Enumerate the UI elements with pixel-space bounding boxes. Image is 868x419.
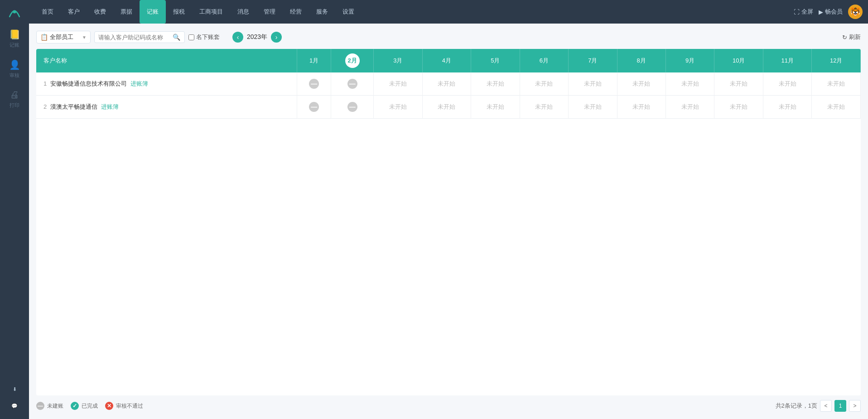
search-input[interactable] (98, 34, 171, 41)
page-content: 📋 全部员工 ▼ 🔍 名下账套 ‹ 2023年 › (29, 24, 868, 419)
next-year-btn[interactable]: › (271, 32, 282, 43)
employee-select[interactable]: 📋 全部员工 ▼ (36, 31, 91, 43)
table-row: 1安徽畅捷通信息技术有限公司 进账簿——未开始未开始未开始未开始未开始未开始未开… (36, 72, 861, 96)
not-started-text: 未开始 (438, 80, 455, 87)
book-icon: 📒 (9, 29, 20, 40)
col-m6: 6月 (520, 49, 568, 72)
footer: — 未建账 ✓ 已完成 ✕ 审核不通过 共2条记录，1页 < 1 > (36, 395, 861, 412)
customer-name: 安徽畅捷通信息技术有限公司 (50, 80, 127, 87)
refresh-btn[interactable]: ↻ 刷新 (842, 33, 861, 41)
nav-guanli[interactable]: 管理 (256, 0, 283, 24)
fullscreen-btn[interactable]: ⛶ 全屏 (794, 8, 813, 16)
nav-shezhi[interactable]: 设置 (335, 0, 362, 24)
row-num: 1 (43, 80, 47, 87)
nav-right: ⛶ 全屏 ▶ 畅会员 🐯 (794, 5, 863, 19)
print-icon: 🖨 (10, 90, 19, 100)
not-started-text: 未开始 (779, 80, 796, 87)
sidebar-bottom-support[interactable]: 💬 (0, 399, 29, 414)
enter-link[interactable]: 进账簿 (130, 80, 148, 87)
legend-not-created: — 未建账 (36, 402, 63, 410)
checkbox-label[interactable]: 名下账套 (188, 33, 220, 41)
sidebar-bottom-download[interactable]: ⬇ (0, 382, 29, 397)
customer-name: 漠澳太平畅捷通信 (50, 103, 97, 110)
not-started-text: 未开始 (681, 103, 699, 110)
col-m7: 7月 (569, 49, 617, 72)
cell-m6: 未开始 (520, 72, 568, 96)
total-text: 共2条记录，1页 (776, 402, 817, 410)
pagination: 共2条记录，1页 < 1 > (776, 400, 861, 412)
cell-m1: — (297, 96, 331, 119)
avatar[interactable]: 🐯 (848, 5, 863, 19)
download-icon: ⬇ (13, 386, 17, 392)
mingxia-checkbox[interactable] (188, 34, 194, 40)
refresh-label: 刷新 (849, 33, 861, 41)
cell-m1: — (297, 72, 331, 96)
enter-link[interactable]: 进账簿 (101, 103, 119, 110)
not-started-text: 未开始 (632, 80, 650, 87)
cell-m6: 未开始 (520, 96, 568, 119)
not-started-text: 未开始 (632, 103, 650, 110)
nav-jizhang[interactable]: 记账 (140, 0, 166, 24)
cell-m5: 未开始 (471, 72, 520, 96)
nav-piaoju[interactable]: 票据 (113, 0, 140, 24)
nav-shoufei[interactable]: 收费 (87, 0, 113, 24)
main-area: 首页 客户 收费 票据 记账 报税 工商项目 消息 管理 经营 服务 设置 ⛶ … (29, 0, 868, 419)
sidebar-item-shenhe[interactable]: 👤 审核 (0, 54, 29, 84)
col-m11: 11月 (763, 49, 811, 72)
nav-baoshui[interactable]: 报税 (166, 0, 192, 24)
cell-m12: 未开始 (812, 96, 861, 119)
chevron-down-icon: ▼ (82, 35, 87, 40)
fullscreen-icon: ⛶ (794, 9, 800, 15)
legend-completed: ✓ 已完成 (71, 402, 98, 410)
table-wrap: 客户名称 1月 2月 3月 4月 5月 6月 7月 8月 9月 (36, 49, 861, 395)
toolbar: 📋 全部员工 ▼ 🔍 名下账套 ‹ 2023年 › (36, 31, 861, 43)
employee-icon: 📋 (40, 34, 48, 41)
search-icon[interactable]: 🔍 (173, 34, 180, 41)
col-m10: 10月 (714, 49, 763, 72)
nav-jingying[interactable]: 经营 (283, 0, 309, 24)
prev-page-btn[interactable]: < (820, 400, 832, 412)
nav-home[interactable]: 首页 (34, 0, 61, 24)
cell-m3: 未开始 (374, 96, 422, 119)
rejected-dot: ✕ (105, 402, 113, 410)
nav-gongshang[interactable]: 工商项目 (192, 0, 230, 24)
sidebar-item-label: 打印 (10, 102, 19, 109)
cell-m10: 未开始 (714, 72, 763, 96)
cell-m2: — (331, 72, 374, 96)
not-started-text: 未开始 (730, 80, 747, 87)
cell-m5: 未开始 (471, 96, 520, 119)
cell-m4: 未开始 (422, 96, 471, 119)
next-page-btn[interactable]: > (849, 400, 861, 412)
current-page-btn[interactable]: 1 (834, 400, 846, 412)
cell-m9: 未开始 (665, 72, 714, 96)
left-sidebar: 📒 记账 👤 审核 🖨 打印 ⬇ 💬 (0, 0, 29, 419)
fullscreen-label: 全屏 (801, 8, 813, 16)
cell-m11: 未开始 (763, 72, 811, 96)
sidebar-item-dayin[interactable]: 🖨 打印 (0, 84, 29, 114)
user-icon: 👤 (9, 59, 20, 70)
nav-kehu[interactable]: 客户 (61, 0, 87, 24)
year-display: 2023年 (247, 33, 267, 41)
top-nav: 首页 客户 收费 票据 记账 报税 工商项目 消息 管理 经营 服务 设置 ⛶ … (29, 0, 868, 24)
not-started-text: 未开始 (779, 103, 796, 110)
nav-fuwu[interactable]: 服务 (309, 0, 335, 24)
prev-year-btn[interactable]: ‹ (232, 32, 243, 43)
legend-rejected: ✕ 审核不通过 (105, 402, 143, 410)
status-dash-icon: — (309, 102, 319, 112)
not-created-label: 未建账 (47, 402, 63, 410)
col-m2-current: 2月 (331, 49, 374, 72)
cell-m12: 未开始 (812, 72, 861, 96)
col-m4: 4月 (422, 49, 471, 72)
col-m8: 8月 (617, 49, 665, 72)
cell-m8: 未开始 (617, 96, 665, 119)
vip-btn[interactable]: ▶ 畅会员 (819, 8, 843, 16)
completed-dot: ✓ (71, 402, 79, 410)
not-started-text: 未开始 (827, 80, 845, 87)
not-started-text: 未开始 (389, 80, 407, 87)
sidebar-item-jizhang[interactable]: 📒 记账 (0, 24, 29, 54)
checkbox-text: 名下账套 (196, 33, 220, 41)
col-m12: 12月 (812, 49, 861, 72)
nav-xiaoxi[interactable]: 消息 (230, 0, 256, 24)
vip-icon: ▶ (819, 9, 823, 15)
not-started-text: 未开始 (827, 103, 845, 110)
